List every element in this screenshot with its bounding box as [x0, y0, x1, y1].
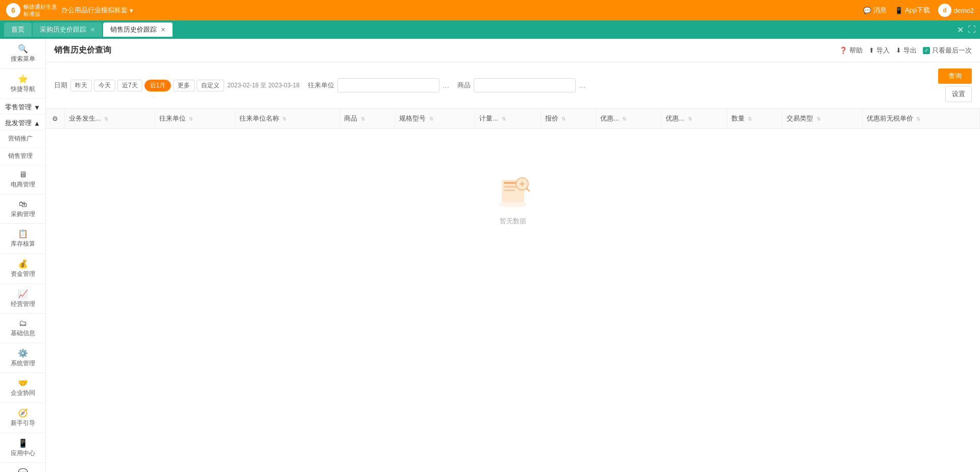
sidebar-sub-item-sales[interactable]: 销售管理 [0, 148, 45, 165]
export-button[interactable]: ⬇ 导出 [896, 46, 917, 55]
data-table: ⚙ 业务发生... ⇅ 往来单位 ⇅ 往来单位名称 ⇅ [46, 109, 980, 129]
sort-icon: ⇅ [748, 116, 752, 122]
ecommerce-icon: 🖥 [19, 170, 27, 179]
sidebar-sub-item-marketing[interactable]: 营销推广 [0, 130, 45, 148]
guide-icon: 🧭 [18, 408, 28, 418]
column-biz-date[interactable]: 业务发生... ⇅ [64, 109, 155, 129]
sort-icon: ⇅ [282, 116, 286, 122]
date-label: 日期 [54, 81, 67, 90]
top-bar-right: 💬 消息 📱 App下载 d demo2 [863, 4, 974, 17]
date-btn-today[interactable]: 今天 [94, 80, 115, 91]
tab-bar-actions: ✕ ⛶ [957, 25, 976, 35]
export-icon: ⬇ [896, 46, 901, 54]
product-dots[interactable]: ... [579, 81, 585, 90]
sidebar-item-enterprise[interactable]: 🤝 企业协同 [0, 373, 45, 403]
inventory-icon: 📋 [18, 229, 28, 239]
column-discount1[interactable]: 优惠... ⇅ [596, 109, 661, 129]
sidebar-item-wechat[interactable]: 💬 企业微信 [0, 463, 45, 472]
empty-text: 暂无数据 [500, 217, 526, 226]
main-layout: 🔍 搜索菜单 ⭐ 快捷导航 零售管理 ▼ 批发管理 ▲ 营销推广 销售管理 🖥 … [0, 39, 980, 472]
sort-icon: ⇅ [688, 116, 692, 122]
logo-icon: 6 [6, 3, 20, 17]
sidebar-item-search[interactable]: 🔍 搜索菜单 [0, 39, 45, 69]
column-product[interactable]: 商品 ⇅ [340, 109, 395, 129]
sort-icon: ⇅ [561, 116, 566, 122]
phone-icon: 📱 [895, 7, 903, 14]
sidebar-item-ecommerce[interactable]: 🖥 电商管理 [0, 165, 45, 195]
close-tab2-icon[interactable]: ✕ [161, 27, 165, 33]
sidebar: 🔍 搜索菜单 ⭐ 快捷导航 零售管理 ▼ 批发管理 ▲ 营销推广 销售管理 🖥 … [0, 39, 46, 472]
tab-bar: 首页 采购历史价跟踪 ✕ 销售历史价跟踪 ✕ ✕ ⛶ [0, 20, 980, 39]
sort-icon: ⇅ [104, 116, 108, 122]
sidebar-item-purchase[interactable]: 🛍 采购管理 [0, 195, 45, 224]
filter-settings-button[interactable]: 设置 [945, 86, 972, 102]
star-icon: ⭐ [18, 74, 28, 84]
app-download-button[interactable]: 📱 App下载 [895, 6, 930, 15]
appstore-icon: 📱 [18, 438, 28, 448]
close-tab1-icon[interactable]: ✕ [90, 27, 95, 33]
column-pre-tax[interactable]: 优惠前无税单价 ⇅ [862, 109, 979, 129]
enterprise-icon: 🤝 [18, 378, 28, 388]
svg-line-8 [526, 188, 529, 191]
sort-icon: ⇅ [622, 116, 626, 122]
column-partner-code[interactable]: 往来单位 ⇅ [155, 109, 235, 129]
sidebar-item-operations[interactable]: 📈 经营管理 [0, 284, 45, 314]
page-title: 销售历史价查询 [54, 45, 111, 62]
sidebar-item-quick-nav[interactable]: ⭐ 快捷导航 [0, 69, 45, 99]
top-bar-left: 6 畅捷通好生意 标准版 办公用品行业模拟账套 ▾ [6, 3, 133, 18]
empty-icon [493, 170, 533, 210]
column-quote[interactable]: 报价 ⇅ [541, 109, 596, 129]
sidebar-item-wholesale[interactable]: 批发管理 ▲ [0, 114, 45, 130]
sidebar-item-inventory[interactable]: 📋 库存核算 [0, 224, 45, 254]
help-icon: ❓ [839, 46, 847, 54]
column-spec[interactable]: 规格型号 ⇅ [395, 109, 475, 129]
logo-text: 畅捷通好生意 标准版 [23, 3, 57, 18]
date-buttons: 昨天 今天 近7天 近1月 更多 自定义 [70, 80, 224, 91]
page-header: 销售历史价查询 ❓ 帮助 ⬆ 导入 ⬇ 导出 ✓ 只看最后一次 [46, 39, 980, 62]
close-window-icon[interactable]: ✕ [957, 25, 964, 35]
product-input[interactable] [474, 78, 576, 92]
column-trade-type[interactable]: 交易类型 ⇅ [782, 109, 862, 129]
sidebar-item-finance[interactable]: 💰 资金管理 [0, 254, 45, 284]
query-button[interactable]: 查询 [938, 68, 972, 84]
workspace-selector[interactable]: 办公用品行业模拟账套 ▾ [61, 6, 133, 15]
fullscreen-icon[interactable]: ⛶ [968, 25, 976, 34]
message-button[interactable]: 💬 消息 [863, 6, 887, 15]
sidebar-item-basic[interactable]: 🗂 基础信息 [0, 314, 45, 343]
date-btn-more[interactable]: 更多 [173, 80, 194, 91]
top-bar: 6 畅捷通好生意 标准版 办公用品行业模拟账套 ▾ 💬 消息 📱 App下载 d… [0, 0, 980, 20]
date-btn-yesterday[interactable]: 昨天 [70, 80, 92, 91]
date-btn-7days[interactable]: 近7天 [117, 80, 142, 91]
column-settings[interactable]: ⚙ [46, 109, 64, 129]
basic-icon: 🗂 [19, 319, 27, 328]
partner-dots[interactable]: ... [443, 81, 449, 90]
data-table-container: ⚙ 业务发生... ⇅ 往来单位 ⇅ 往来单位名称 ⇅ [46, 109, 980, 472]
user-menu[interactable]: d demo2 [938, 4, 974, 17]
tab-purchase-history[interactable]: 采购历史价跟踪 ✕ [33, 22, 102, 37]
partner-input[interactable] [337, 78, 439, 92]
sidebar-item-system[interactable]: ⚙️ 系统管理 [0, 343, 45, 373]
column-unit[interactable]: 计量... ⇅ [475, 109, 541, 129]
chevron-up-icon: ▲ [34, 120, 40, 127]
only-last-checkbox[interactable]: ✓ 只看最后一次 [923, 46, 972, 55]
product-label: 商品 [457, 81, 471, 90]
column-partner-name[interactable]: 往来单位名称 ⇅ [235, 109, 340, 129]
sidebar-item-retail[interactable]: 零售管理 ▼ [0, 99, 45, 114]
date-btn-1month[interactable]: 近1月 [144, 80, 172, 91]
help-button[interactable]: ❓ 帮助 [839, 46, 863, 55]
chevron-down-icon: ▾ [130, 7, 133, 14]
finance-icon: 💰 [18, 259, 28, 269]
date-btn-custom[interactable]: 自定义 [197, 80, 224, 91]
sidebar-item-guide[interactable]: 🧭 新手引导 [0, 403, 45, 433]
partner-label: 往来单位 [308, 81, 334, 90]
sidebar-item-appstore[interactable]: 📱 应用中心 [0, 433, 45, 463]
date-range-display: 2023-02-18 至 2023-03-18 [227, 81, 299, 90]
column-discount2[interactable]: 优惠... ⇅ [662, 109, 727, 129]
tab-sales-history[interactable]: 销售历史价跟踪 ✕ [103, 22, 173, 37]
column-quantity[interactable]: 数量 ⇅ [727, 109, 782, 129]
purchase-icon: 🛍 [19, 200, 27, 209]
import-button[interactable]: ⬆ 导入 [869, 46, 890, 55]
tab-home[interactable]: 首页 [4, 22, 32, 37]
sort-icon: ⇅ [916, 116, 920, 122]
content-area: 销售历史价查询 ❓ 帮助 ⬆ 导入 ⬇ 导出 ✓ 只看最后一次 [46, 39, 980, 472]
